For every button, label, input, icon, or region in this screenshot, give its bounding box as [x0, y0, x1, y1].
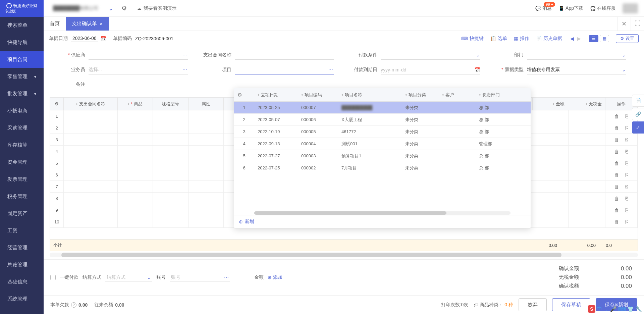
- ime-zh-icon[interactable]: 中: [597, 306, 602, 313]
- copy-icon[interactable]: ⎘: [625, 219, 628, 225]
- contract-name-input[interactable]: [235, 50, 334, 60]
- ime-mic-icon[interactable]: 🎤: [610, 306, 617, 312]
- tab-home[interactable]: 首页: [44, 17, 66, 31]
- copy-icon[interactable]: ⎘: [625, 113, 628, 119]
- settle-method-input[interactable]: 结算方式⌄: [105, 274, 152, 281]
- dd-col-cust[interactable]: 客户: [445, 92, 454, 98]
- copy-icon[interactable]: ⎘: [625, 137, 628, 143]
- tab-expense-confirm[interactable]: 支出确认单 ×: [66, 17, 109, 31]
- copy-icon[interactable]: ⎘: [625, 125, 628, 131]
- supplier-input[interactable]: ⋯: [89, 50, 188, 60]
- col-spec[interactable]: 规格型号: [162, 101, 179, 107]
- calendar-icon[interactable]: 📅: [474, 67, 480, 72]
- gear-icon[interactable]: ⚙: [121, 5, 127, 12]
- delete-icon[interactable]: 🗑: [614, 207, 619, 213]
- sidebar-item[interactable]: 采购管理: [0, 119, 44, 137]
- demo-link[interactable]: ☁ 我要看实例演示: [137, 5, 176, 11]
- view-grid-button[interactable]: ▦: [600, 35, 609, 42]
- one-key-pay-checkbox[interactable]: [50, 275, 56, 280]
- sidebar-item[interactable]: 零售管理▾: [0, 68, 44, 85]
- calendar-icon[interactable]: 📅: [101, 36, 106, 41]
- close-all-button[interactable]: ✕: [617, 17, 631, 31]
- sidebar-item[interactable]: 税务管理: [0, 188, 44, 205]
- delete-icon[interactable]: 🗑: [614, 113, 619, 119]
- ime-s-icon[interactable]: S: [588, 305, 595, 313]
- sidebar-item[interactable]: 经营管理: [0, 239, 44, 256]
- col-contract[interactable]: 支出合同名称: [79, 101, 105, 107]
- payment-terms-input[interactable]: ⌄: [381, 50, 480, 60]
- ime-comma-icon[interactable]: ，: [603, 306, 609, 313]
- ime-tool-icon[interactable]: 🔧: [635, 306, 642, 312]
- grid-gear-icon[interactable]: ⚙: [50, 98, 64, 110]
- operations-button[interactable]: ▦操作: [514, 36, 529, 42]
- copy-icon[interactable]: ⎘: [625, 172, 628, 178]
- rail-doc-icon[interactable]: 📄: [632, 95, 644, 107]
- dropdown-scrollbar[interactable]: [234, 211, 531, 215]
- delete-icon[interactable]: 🗑: [614, 184, 619, 190]
- delete-icon[interactable]: 🗑: [614, 219, 619, 225]
- chevron-down-icon[interactable]: ⌄: [108, 5, 113, 12]
- dd-col-date[interactable]: 立项日期: [261, 92, 278, 98]
- sidebar-item[interactable]: 搜索菜单: [0, 17, 44, 34]
- customer-service-button[interactable]: 🎧在线客服: [590, 5, 616, 11]
- delete-icon[interactable]: 🗑: [614, 125, 619, 131]
- view-list-button[interactable]: ☰: [589, 35, 598, 42]
- delete-icon[interactable]: 🗑: [614, 137, 619, 143]
- save-draft-button[interactable]: 保存草稿: [552, 298, 590, 311]
- chevron-down-icon[interactable]: ⌄: [622, 67, 626, 72]
- chevron-down-icon[interactable]: ⌄: [622, 52, 626, 58]
- project-option[interactable]: 62022-07-250000027月项目未分类总 部: [234, 162, 531, 174]
- date-input[interactable]: 2023-06-06: [71, 35, 98, 42]
- dd-col-cat[interactable]: 项目分类: [409, 92, 426, 98]
- history-button[interactable]: 📄历史单据: [536, 36, 562, 42]
- messages-button[interactable]: 💬 消息 99 +: [535, 5, 552, 11]
- project-option[interactable]: 22023-05-07000006X大厦工程未分类总 部: [234, 114, 531, 126]
- sidebar-item[interactable]: 总账管理: [0, 256, 44, 273]
- horizontal-scrollbar[interactable]: [50, 253, 638, 257]
- more-icon[interactable]: ⋯: [328, 67, 334, 72]
- delete-icon[interactable]: 🗑: [614, 196, 619, 201]
- ime-skin-icon[interactable]: 👕: [627, 306, 634, 312]
- col-attr[interactable]: 属性: [202, 101, 210, 107]
- more-icon[interactable]: ⋯: [182, 67, 188, 72]
- prev-button[interactable]: ◀: [569, 36, 575, 41]
- delete-icon[interactable]: 🗑: [614, 160, 619, 166]
- close-icon[interactable]: ×: [100, 21, 103, 27]
- dept-input[interactable]: ⌄: [527, 50, 626, 60]
- copy-icon[interactable]: ⎘: [625, 207, 628, 213]
- sidebar-item[interactable]: 系统管理: [0, 291, 44, 308]
- sidebar-item[interactable]: 库存核算: [0, 137, 44, 154]
- invoice-type-select[interactable]: 增值税专用发票⌄: [527, 65, 626, 74]
- copy-icon[interactable]: ⎘: [625, 160, 628, 166]
- dropdown-add-button[interactable]: ⊕新增: [234, 215, 531, 228]
- shortcut-button[interactable]: ⌨快捷键: [461, 36, 484, 42]
- project-option[interactable]: 12023-05-25000007██████████未分类总 部: [234, 102, 531, 114]
- sidebar-item[interactable]: 基础信息: [0, 273, 44, 291]
- dd-col-name[interactable]: 项目名称: [345, 92, 362, 98]
- col-notax[interactable]: 无税金: [589, 101, 602, 107]
- sidebar-item[interactable]: 小畅电商: [0, 102, 44, 119]
- help-icon[interactable]: ?: [71, 302, 76, 308]
- delete-icon[interactable]: 🗑: [614, 149, 619, 154]
- copy-icon[interactable]: ⎘: [625, 149, 628, 154]
- dropdown-gear-icon[interactable]: ⚙: [234, 92, 254, 98]
- sidebar-item[interactable]: 固定资产: [0, 205, 44, 222]
- rail-clip-icon[interactable]: 🔗: [632, 108, 644, 120]
- project-option[interactable]: 32022-10-19000005461772未分类总 部: [234, 126, 531, 138]
- select-order-button[interactable]: 📋选单: [490, 36, 507, 42]
- project-option[interactable]: 42022-09-13000004测试001未分类管理部: [234, 138, 531, 150]
- add-settlement-button[interactable]: ⊕添加: [268, 274, 282, 280]
- due-date-input[interactable]: yyyy-mm-dd📅: [381, 65, 480, 74]
- col-product[interactable]: 商品: [134, 101, 143, 107]
- expand-button[interactable]: ⛶: [631, 17, 644, 31]
- copy-icon[interactable]: ⎘: [625, 196, 628, 201]
- sidebar-item[interactable]: 批发管理▾: [0, 85, 44, 102]
- chevron-down-icon[interactable]: ⌄: [476, 52, 480, 58]
- app-download-button[interactable]: 📱App下载: [558, 5, 583, 11]
- salesman-input[interactable]: 选择...⋯: [89, 65, 188, 74]
- sidebar-item[interactable]: 发票管理: [0, 171, 44, 188]
- copy-icon[interactable]: ⎘: [625, 184, 628, 190]
- abandon-button[interactable]: 放弃: [519, 298, 547, 311]
- project-input[interactable]: ⋯: [235, 65, 334, 74]
- dd-col-code[interactable]: 项目编码: [305, 92, 322, 98]
